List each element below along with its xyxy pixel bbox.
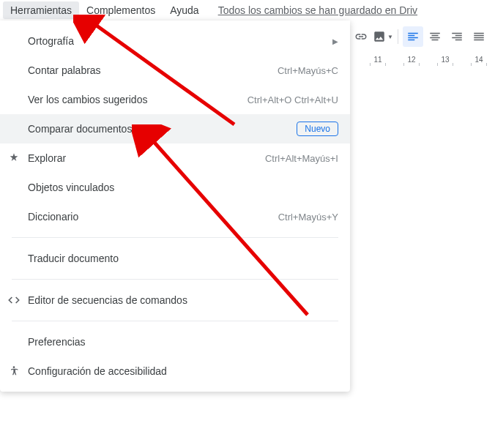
ruler-tick: 13	[429, 56, 461, 64]
menu-separator	[12, 237, 338, 238]
toolbar: ▼	[345, 23, 495, 50]
menu-separator	[12, 279, 338, 280]
menu-shortcut: Ctrl+Mayús+Y	[278, 212, 338, 223]
menu-item-objetos[interactable]: Objetos vinculados	[0, 173, 350, 202]
menu-item-explorar[interactable]: Explorar Ctrl+Alt+Mayús+I	[0, 143, 350, 173]
chevron-right-icon: ▶	[332, 37, 338, 45]
explore-icon	[7, 152, 21, 165]
ruler-tick: 12	[395, 56, 428, 64]
chevron-down-icon: ▼	[387, 34, 393, 40]
menu-label: Comparar documentos	[28, 123, 297, 135]
menu-item-ortografia[interactable]: Ortografía ▶	[0, 26, 350, 56]
align-justify-icon[interactable]	[469, 26, 489, 47]
menu-shortcut: Ctrl+Alt+O Ctrl+Alt+U	[248, 94, 338, 105]
svg-point-0	[13, 366, 15, 368]
link-icon[interactable]	[351, 26, 371, 47]
toolbar-separator	[398, 29, 398, 44]
menu-shortcut: Ctrl+Mayús+C	[278, 65, 338, 76]
code-icon	[7, 294, 21, 307]
menu-item-diccionario[interactable]: Diccionario Ctrl+Mayús+Y	[0, 202, 350, 231]
menubar: Herramientas Complementos Ayuda Todos lo…	[0, 0, 495, 20]
menu-item-editor-secuencias[interactable]: Editor de secuencias de comandos	[0, 285, 350, 315]
menu-item-accesibilidad[interactable]: Configuración de accesibilidad	[0, 356, 350, 386]
tools-dropdown: Ortografía ▶ Contar palabras Ctrl+Mayús+…	[0, 20, 350, 392]
align-left-icon[interactable]	[403, 26, 423, 47]
menu-label: Preferencias	[28, 336, 338, 348]
ruler-tick: 11	[362, 56, 394, 64]
menu-item-contar[interactable]: Contar palabras Ctrl+Mayús+C	[0, 56, 350, 85]
new-badge: Nuevo	[297, 122, 338, 136]
menu-item-preferencias[interactable]: Preferencias	[0, 327, 350, 356]
menu-label: Contar palabras	[28, 64, 278, 76]
menu-label: Objetos vinculados	[28, 182, 338, 193]
menu-shortcut: Ctrl+Alt+Mayús+I	[265, 153, 338, 164]
accessibility-icon	[7, 365, 21, 378]
menu-ayuda[interactable]: Ayuda	[163, 1, 206, 19]
menu-item-cambios[interactable]: Ver los cambios sugeridos Ctrl+Alt+O Ctr…	[0, 85, 350, 114]
menu-label: Diccionario	[28, 211, 278, 223]
menu-label: Ortografía	[28, 35, 327, 47]
image-icon[interactable]: ▼	[373, 26, 393, 47]
menu-item-traducir[interactable]: Traducir documento	[0, 244, 350, 273]
menu-item-comparar[interactable]: Comparar documentos Nuevo	[0, 114, 350, 143]
ruler-tick: 14	[463, 56, 495, 64]
save-status[interactable]: Todos los cambios se han guardado en Dri…	[218, 4, 417, 16]
menu-label: Ver los cambios sugeridos	[28, 94, 248, 105]
menu-label: Configuración de accesibilidad	[28, 365, 338, 377]
menu-complementos[interactable]: Complementos	[79, 1, 163, 19]
menu-separator	[12, 321, 338, 321]
menu-label: Traducir documento	[28, 253, 338, 264]
menu-herramientas[interactable]: Herramientas	[3, 1, 79, 19]
ruler: 11 12 13 14	[362, 53, 495, 66]
menu-label: Editor de secuencias de comandos	[28, 294, 338, 306]
menu-label: Explorar	[28, 152, 265, 164]
align-right-icon[interactable]	[447, 26, 467, 47]
align-center-icon[interactable]	[425, 26, 445, 47]
